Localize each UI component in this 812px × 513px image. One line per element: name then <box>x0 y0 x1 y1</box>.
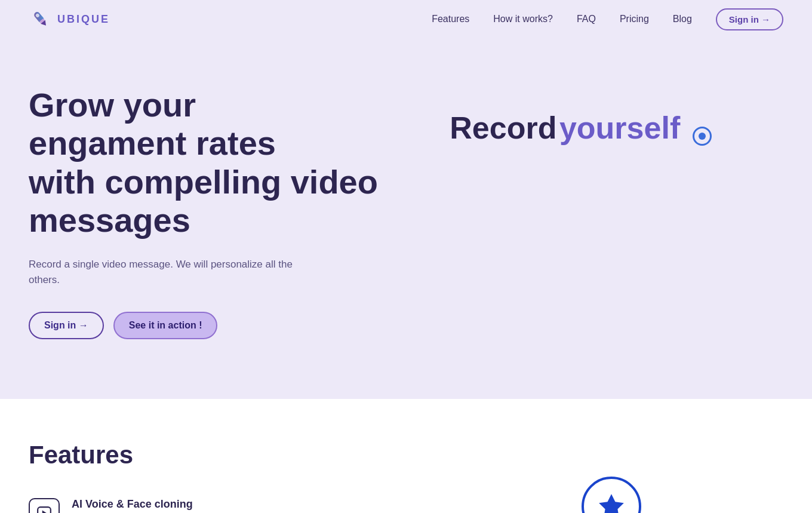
svg-marker-9 <box>599 494 624 513</box>
record-label: Record <box>450 110 556 145</box>
hero-title-line1: Grow your <box>29 86 196 124</box>
hero-left: Grow your engament rates with compelling… <box>29 86 378 339</box>
nav-links: Features How it works? FAQ Pricing Blog … <box>432 8 783 30</box>
nav-link-pricing[interactable]: Pricing <box>620 14 649 24</box>
features-right <box>439 441 783 513</box>
record-circle-icon <box>693 127 712 146</box>
hero-title-line2: engament rates <box>29 124 276 162</box>
nav-link-how-it-works[interactable]: How it works? <box>493 14 553 24</box>
hero-signin-button[interactable]: Sign in → <box>29 312 104 339</box>
record-display: Record yourself <box>450 110 711 146</box>
nav-link-blog[interactable]: Blog <box>673 14 692 24</box>
features-section: Features AI Voice & Face cloning Start u… <box>0 399 812 513</box>
feature-text-voice-face: AI Voice & Face cloning Start using our … <box>72 498 411 513</box>
logo[interactable]: UBIQUE <box>29 7 110 31</box>
navbar: UBIQUE Features How it works? FAQ Pricin… <box>0 0 812 38</box>
play-icon <box>36 506 52 513</box>
star-icon-top <box>596 492 626 513</box>
features-title: Features <box>29 441 411 469</box>
hero-title: Grow your engament rates with compelling… <box>29 86 378 240</box>
star-circle-top <box>582 477 641 513</box>
feature-title-voice-face: AI Voice & Face cloning <box>72 498 411 511</box>
svg-marker-6 <box>42 511 48 513</box>
features-left: Features AI Voice & Face cloning Start u… <box>29 441 411 513</box>
hero-subtitle: Record a single video message. We will p… <box>29 257 315 288</box>
hero-title-line4: messages <box>29 201 190 239</box>
hero-title-line3: with compelling video <box>29 163 378 201</box>
hero-section: Grow your engament rates with compelling… <box>0 38 812 399</box>
feature-item-voice-face: AI Voice & Face cloning Start using our … <box>29 498 411 513</box>
nav-link-features[interactable]: Features <box>432 14 469 24</box>
hero-buttons: Sign in → See it in action ! <box>29 312 378 339</box>
logo-text: UBIQUE <box>57 13 110 26</box>
nav-signin-button[interactable]: Sign in → <box>716 8 783 30</box>
record-yourself-label: yourself <box>559 110 689 145</box>
play-icon-container <box>29 498 60 513</box>
nav-link-faq[interactable]: FAQ <box>577 14 596 24</box>
logo-icon <box>29 7 53 31</box>
stars-graphic <box>546 477 677 513</box>
hero-right: Record yourself <box>378 86 783 146</box>
hero-action-button[interactable]: See it in action ! <box>113 312 218 339</box>
